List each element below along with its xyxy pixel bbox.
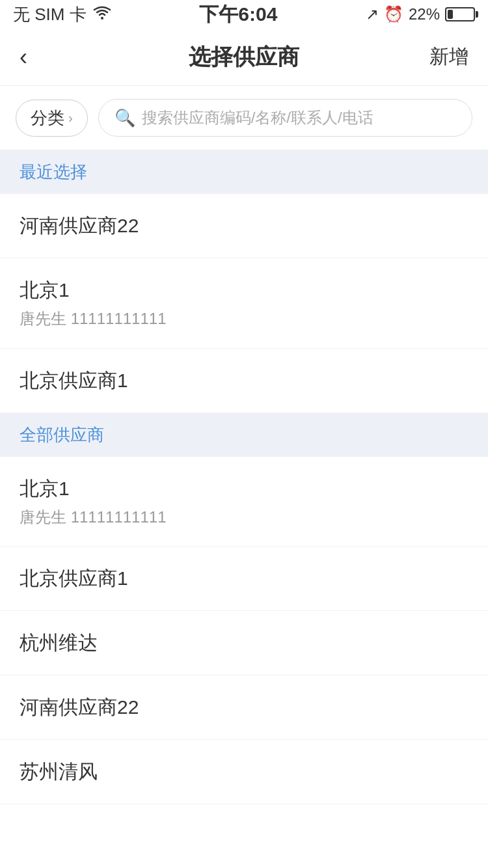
item-sub: 唐先生 11111111111	[20, 506, 468, 528]
all-section-label: 全部供应商	[20, 425, 104, 444]
recent-section-label: 最近选择	[20, 162, 87, 182]
item-name: 河南供应商22	[20, 212, 468, 239]
all-section-header: 全部供应商	[0, 413, 488, 457]
status-left: 无 SIM 卡	[13, 3, 111, 26]
list-item[interactable]: 北京供应商1	[0, 547, 488, 611]
list-item[interactable]: 苏州清风	[0, 740, 488, 804]
status-right: ↗ ⏰ 22%	[366, 5, 475, 23]
category-label: 分类	[31, 107, 64, 129]
list-item[interactable]: 北京1唐先生 11111111111	[0, 258, 488, 349]
all-items-list: 北京1唐先生 11111111111北京供应商1杭州维达河南供应商22苏州清风	[0, 457, 488, 805]
search-icon: 🔍	[115, 108, 135, 128]
filter-bar: 分类 › 🔍 搜索供应商编码/名称/联系人/电话	[0, 86, 488, 150]
category-button[interactable]: 分类 ›	[16, 100, 88, 137]
battery-percent: 22%	[409, 5, 440, 23]
list-item[interactable]: 河南供应商22	[0, 675, 488, 740]
status-bar: 无 SIM 卡 下午6:04 ↗ ⏰ 22%	[0, 0, 488, 29]
item-name: 苏州清风	[20, 758, 468, 785]
item-sub: 唐先生 11111111111	[20, 308, 468, 330]
page-title: 选择供应商	[189, 42, 299, 72]
no-sim-label: 无 SIM 卡	[13, 3, 87, 26]
item-name: 河南供应商22	[20, 694, 468, 721]
location-icon: ↗	[366, 5, 379, 23]
nav-bar: ‹ 选择供应商 新增	[0, 29, 488, 86]
search-box[interactable]: 🔍 搜索供应商编码/名称/联系人/电话	[98, 99, 472, 137]
chevron-right-icon: ›	[68, 111, 73, 126]
recent-section-header: 最近选择	[0, 150, 488, 194]
item-name: 杭州维达	[20, 629, 468, 657]
svg-point-0	[101, 17, 103, 20]
add-button[interactable]: 新增	[416, 44, 468, 70]
wifi-icon	[93, 5, 111, 25]
item-name: 北京供应商1	[20, 565, 468, 592]
alarm-icon: ⏰	[384, 5, 403, 23]
list-item[interactable]: 北京供应商1	[0, 349, 488, 413]
back-button[interactable]: ‹	[20, 44, 72, 71]
status-time: 下午6:04	[199, 1, 277, 28]
recent-items-list: 河南供应商22北京1唐先生 11111111111北京供应商1	[0, 194, 488, 413]
search-placeholder: 搜索供应商编码/名称/联系人/电话	[142, 107, 456, 128]
battery-icon	[445, 7, 475, 21]
item-name: 北京供应商1	[20, 367, 468, 394]
list-item[interactable]: 北京1唐先生 11111111111	[0, 457, 488, 547]
list-item[interactable]: 河南供应商22	[0, 194, 488, 258]
list-item[interactable]: 杭州维达	[0, 611, 488, 675]
item-name: 北京1	[20, 277, 468, 304]
item-name: 北京1	[20, 475, 468, 502]
